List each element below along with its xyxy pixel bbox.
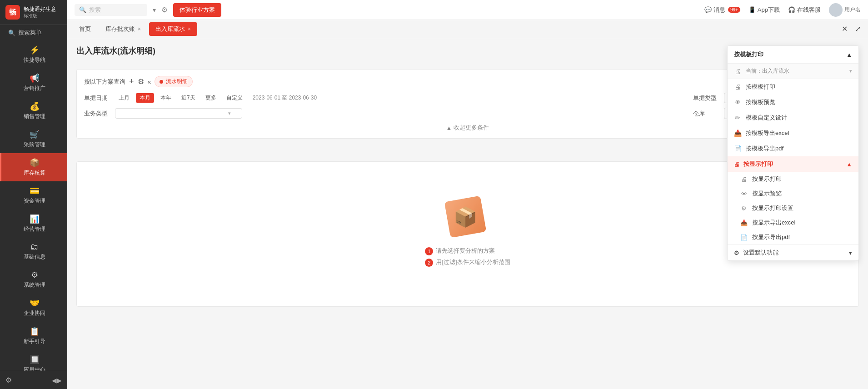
sidebar-collapse-icon[interactable]: ◀▶ — [52, 377, 62, 384]
template-pdf-icon: 📄 — [734, 145, 741, 152]
topbar-right: 💬 消息 99+ 📱 App下载 🎧 在线客服 用户名 — [704, 3, 861, 17]
marketing-icon: 📢 — [30, 73, 40, 83]
display-print-settings-icon: ⚙ — [740, 205, 748, 212]
tab-batch-account-close[interactable]: × — [138, 26, 141, 32]
empty-steps: 1 请先选择要分析的方案 2 用[过滤]条件来缩小分析范围 — [425, 247, 510, 269]
empty-box-icon: 📦 — [444, 196, 487, 238]
template-current-chevron[interactable]: ▾ — [849, 68, 852, 74]
template-print-icon: 🖨 — [734, 83, 741, 90]
empty-state: 📦 1 请先选择要分析的方案 2 用[过滤]条件来缩小分析范围 — [407, 180, 528, 288]
app-download-item[interactable]: 📱 App下载 — [748, 6, 780, 14]
empty-step-2: 2 用[过滤]条件来缩小分析范围 — [425, 258, 510, 267]
date-opt-custom[interactable]: 自定义 — [223, 93, 246, 103]
page-title: 出入库流水(流水明细) — [76, 45, 155, 56]
sidebar-item-sales[interactable]: 💰 销售管理 — [0, 97, 67, 125]
sidebar: 畅 畅捷通好生意 标准版 🔍 搜索菜单 ⚡ 快捷导航 📢 营销推广 💰 销售管理… — [0, 0, 67, 389]
template-design-icon: ✏ — [734, 114, 741, 121]
dropdown-display-print[interactable]: 🖨 按显示打印 — [728, 172, 858, 186]
sidebar-item-apps[interactable]: 🔲 应用中心 — [0, 350, 67, 371]
gear-icon: ⚙ — [138, 78, 144, 85]
purchase-icon: 🛒 — [30, 130, 40, 140]
dropdown-display-preview[interactable]: 👁 按显示预览 — [728, 186, 858, 201]
date-opt-last-month[interactable]: 上月 — [115, 93, 133, 103]
tab-batch-account[interactable]: 库存批次账 × — [99, 22, 147, 36]
sidebar-item-quick-nav[interactable]: ⚡ 快捷导航 — [0, 40, 67, 69]
sidebar-item-inventory[interactable]: 📦 库存核算 — [0, 153, 67, 181]
search-icon: 🔍 — [8, 30, 15, 36]
sidebar-item-system[interactable]: ⚙ 系统管理 — [0, 265, 67, 294]
display-print-section-icon: 🖨 — [734, 161, 740, 168]
sidebar-item-finance[interactable]: 💳 资金管理 — [0, 181, 67, 209]
add-scheme-button[interactable]: + — [129, 77, 134, 86]
dropdown-up-icon[interactable]: ▲ — [846, 51, 852, 58]
message-icon: 💬 — [704, 6, 712, 13]
sidebar-item-base[interactable]: 🗂 基础信息 — [0, 238, 67, 265]
apps-icon: 🔲 — [30, 354, 40, 364]
date-opt-7days[interactable]: 近7天 — [178, 93, 199, 103]
username-label: 用户名 — [844, 6, 861, 14]
finance-icon: 💳 — [30, 186, 40, 196]
business-type-select[interactable]: ▾ — [115, 108, 242, 119]
topbar-search[interactable]: 🔍 搜索 — [75, 4, 147, 16]
dropdown-template-print[interactable]: 🖨 按模板打印 — [728, 79, 858, 95]
topbar-settings-icon[interactable]: ⚙ — [161, 5, 168, 14]
sidebar-nav: ⚡ 快捷导航 📢 营销推广 💰 销售管理 🛒 采购管理 📦 库存核算 💳 资金管… — [0, 40, 67, 371]
dropdown-template-pdf[interactable]: 📄 按模板导出pdf — [728, 141, 858, 156]
sidebar-settings-icon[interactable]: ⚙ — [5, 376, 12, 384]
sidebar-item-marketing[interactable]: 📢 营销推广 — [0, 69, 67, 97]
collapse-schemes-button[interactable]: « — [148, 78, 151, 85]
tab-flow-detail[interactable]: 出入库流水 × — [149, 22, 197, 36]
customer-service-icon: 🎧 — [788, 6, 795, 13]
system-icon: ⚙ — [31, 270, 38, 280]
industry-solution-button[interactable]: 体验行业方案 — [173, 3, 221, 17]
customer-service-item[interactable]: 🎧 在线客服 — [788, 6, 821, 14]
chevron-up-icon: ▲ — [446, 125, 452, 131]
topbar-left: 🔍 搜索 ▾ ⚙ 体验行业方案 — [75, 3, 221, 17]
tabs-right-controls: ✕ ⤢ — [840, 23, 863, 35]
footer-settings-icon: ⚙ — [734, 249, 739, 256]
dropdown-footer[interactable]: ⚙ 设置默认功能 ▾ — [728, 244, 858, 260]
sidebar-item-purchase[interactable]: 🛒 采购管理 — [0, 125, 67, 153]
display-excel-icon: 📥 — [740, 219, 748, 226]
user-avatar-item[interactable]: 用户名 — [829, 3, 861, 17]
app-download-icon: 📱 — [748, 6, 756, 13]
topbar-dropdown-icon[interactable]: ▾ — [153, 6, 156, 14]
display-print-section-chevron: ▲ — [846, 161, 852, 168]
sidebar-item-collab[interactable]: 🤝 企业协同 — [0, 294, 67, 322]
topbar: 🔍 搜索 ▾ ⚙ 体验行业方案 💬 消息 99+ 📱 App下载 🎧 在线客服 — [67, 0, 868, 20]
tab-close-button[interactable]: ✕ — [840, 23, 849, 35]
collapse-more-button[interactable]: ▲ 收起更多条件 — [446, 124, 489, 132]
template-preview-icon: 👁 — [734, 99, 741, 106]
inventory-icon: 📦 — [30, 158, 40, 168]
logo-text: 畅捷通好生意 标准版 — [24, 5, 56, 20]
template-current-icon: 🖨 — [734, 68, 741, 75]
scheme-settings-button[interactable]: ⚙ — [138, 77, 144, 86]
dropdown-display-excel[interactable]: 📥 按显示导出excel — [728, 215, 858, 230]
business-type-chevron: ▾ — [228, 110, 231, 116]
dropdown-template-excel[interactable]: 📥 按模板导出excel — [728, 125, 858, 141]
display-print-icon: 🖨 — [740, 176, 748, 183]
dropdown-display-pdf[interactable]: 📄 按显示导出pdf — [728, 230, 858, 244]
tab-maximize-button[interactable]: ⤢ — [853, 23, 863, 35]
filter-tag-flow[interactable]: 流水明细 — [155, 76, 193, 87]
dropdown-header: 按模板打印 ▲ — [728, 46, 858, 64]
message-item[interactable]: 💬 消息 99+ — [704, 6, 740, 14]
sidebar-search[interactable]: 🔍 搜索菜单 — [0, 25, 67, 40]
date-opt-more[interactable]: 更多 — [202, 93, 220, 103]
sidebar-item-operations[interactable]: 📊 经营管理 — [0, 209, 67, 238]
sidebar-item-guide[interactable]: 📋 新手引导 — [0, 322, 67, 350]
tabs-bar: 首页 库存批次账 × 出入库流水 × ✕ ⤢ — [67, 20, 868, 38]
display-pdf-icon: 📄 — [740, 234, 748, 241]
operations-icon: 📊 — [30, 214, 40, 224]
dropdown-current-template[interactable]: 🖨 当前：出入库流水 ▾ — [728, 64, 858, 79]
dropdown-display-print-settings[interactable]: ⚙ 按显示打印设置 — [728, 201, 858, 215]
tab-flow-detail-close[interactable]: × — [188, 26, 191, 32]
filter-tag-dot — [160, 80, 163, 84]
dropdown-display-print-section[interactable]: 🖨 按显示打印 ▲ — [728, 156, 858, 172]
dropdown-template-preview[interactable]: 👁 按模板预览 — [728, 95, 858, 110]
tab-home[interactable]: 首页 — [73, 22, 97, 36]
dropdown-template-design[interactable]: ✏ 模板自定义设计 — [728, 110, 858, 125]
guide-icon: 📋 — [30, 326, 40, 336]
date-opt-this-month[interactable]: 本月 — [136, 93, 154, 103]
date-opt-this-year[interactable]: 本年 — [157, 93, 175, 103]
